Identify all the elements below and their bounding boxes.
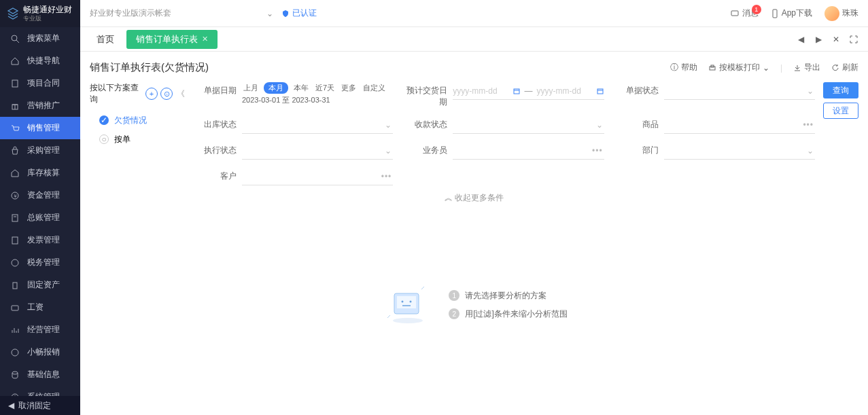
account-selector[interactable]: 好业财专业版演示帐套 ⌄ [90, 7, 273, 19]
home-icon [10, 56, 20, 67]
help-button[interactable]: ⓘ帮助 [670, 62, 697, 73]
smile-icon [10, 347, 20, 358]
sidebar-item-salary[interactable]: 工资 [0, 296, 80, 319]
print-button[interactable]: 按模板打印⌄ [708, 62, 769, 73]
sidebar-item-project[interactable]: 项目合同 [0, 72, 80, 94]
fullscreen-button[interactable] [846, 32, 861, 47]
product-picker[interactable]: ••• [664, 116, 815, 134]
scheme-settings-button[interactable]: ⊙ [160, 88, 173, 100]
export-icon [793, 64, 801, 72]
field-outbound-status: 出库状态 ⌄ [196, 116, 393, 134]
tab-home[interactable]: 首页 [87, 30, 124, 49]
refresh-button[interactable]: 刷新 [831, 62, 858, 73]
svg-point-13 [12, 372, 18, 374]
date-range-display: 2023-03-01 至 2023-03-31 [242, 95, 393, 105]
sidebar-item-quicknav[interactable]: 快捷导航 [0, 50, 80, 72]
close-icon[interactable]: ✕ [202, 35, 208, 43]
tab-sales-report[interactable]: 销售订单执行表 ✕ [126, 30, 218, 49]
export-button[interactable]: 导出 [793, 62, 820, 73]
collapse-scheme-button[interactable]: 《 [177, 88, 185, 100]
avatar [824, 6, 839, 21]
user-menu[interactable]: 珠珠 [824, 6, 858, 21]
main: 好业财专业版演示帐套 ⌄ 已认证 消息 1 App下载 珠珠 [80, 0, 868, 415]
sidebar-item-fund[interactable]: ￥资金管理 [0, 184, 80, 206]
clock-icon: ○ [99, 134, 109, 144]
salesman-picker[interactable]: ••• [453, 142, 604, 160]
svg-point-26 [402, 300, 404, 302]
scheme-item-shortage[interactable]: ✓ 欠货情况 [90, 111, 185, 130]
tab-prev-button[interactable]: ◀ [793, 32, 808, 47]
customer-picker[interactable]: ••• [242, 168, 393, 185]
messages-button[interactable]: 消息 1 [730, 7, 759, 19]
sidebar-item-inventory[interactable]: 库存核算 [0, 162, 80, 184]
scheme-item-byorder[interactable]: ○ 按单 [90, 130, 185, 149]
sidebar-item-system[interactable]: 系统管理 [0, 386, 80, 396]
help-icon: ⓘ [670, 62, 678, 73]
query-button[interactable]: 查询 [823, 82, 858, 98]
date-tab-7days[interactable]: 近7天 [314, 82, 336, 94]
empty-state: 1 请先选择要分析的方案 2 用[过滤]条件来缩小分析范围 [90, 204, 858, 405]
receipt-status-select[interactable]: ⌄ [453, 116, 604, 134]
svg-rect-22 [597, 89, 603, 94]
date-tab-lastmonth[interactable]: 上月 [242, 82, 260, 94]
page-head: 销售订单执行表(欠货情况) ⓘ帮助 按模板打印⌄ | 导出 刷新 [90, 61, 858, 74]
filter-buttons: 查询 设置 [823, 82, 858, 185]
date-tab-custom[interactable]: 自定义 [362, 82, 387, 94]
dept-select[interactable]: ⌄ [664, 142, 815, 160]
sidebar-item-expense[interactable]: 小畅报销 [0, 341, 80, 363]
refresh-icon [831, 64, 839, 72]
sidebar-item-marketing[interactable]: 营销推广 [0, 94, 80, 117]
building-icon [10, 280, 20, 291]
add-scheme-button[interactable]: + [145, 88, 158, 100]
chevron-down-icon: ⌄ [266, 9, 273, 18]
calendar-icon [596, 87, 604, 95]
gift-icon [10, 101, 20, 111]
svg-text:￥: ￥ [13, 194, 18, 198]
svg-line-1 [16, 40, 19, 43]
sidebar-item-ledger[interactable]: 总账管理 [0, 206, 80, 229]
gear-icon [10, 392, 20, 397]
settings-button[interactable]: 设置 [823, 103, 858, 119]
field-salesman: 业务员 ••• [406, 142, 604, 160]
field-product: 商品 ••• [618, 116, 815, 134]
delivery-date-range[interactable]: yyyy-mm-dd — yyyy-mm-dd [453, 82, 604, 100]
tab-next-button[interactable]: ▶ [811, 32, 826, 47]
sidebar-item-search[interactable]: 搜索菜单 [0, 27, 80, 50]
warehouse-icon [10, 168, 20, 179]
tabs: 首页 销售订单执行表 ✕ ◀ ▶ ✕ [80, 27, 868, 52]
app-download-button[interactable]: App下载 [771, 7, 812, 19]
svg-rect-11 [12, 306, 18, 310]
field-doc-status: 单据状态 ⌄ [618, 82, 815, 108]
sidebar-item-basic[interactable]: 基础信息 [0, 363, 80, 386]
sidebar-item-tax[interactable]: 税务管理 [0, 251, 80, 274]
filter-fields: 单据日期 上月 本月 本年 近7天 更多 自定义 2023-03-01 至 20… [196, 82, 815, 185]
date-tab-thismonth[interactable]: 本月 [264, 82, 288, 94]
message-badge: 1 [752, 5, 761, 14]
more-icon: ••• [381, 172, 392, 181]
collapse-filters-button[interactable]: ︽ 收起更多条件 [90, 192, 858, 204]
logo-icon [7, 7, 19, 20]
doc-status-select[interactable]: ⌄ [664, 82, 815, 100]
sidebar: 畅捷通好业财 专业版 搜索菜单 快捷导航 项目合同 营销推广 销售管理 采购管理… [0, 0, 80, 415]
sidebar-item-assets[interactable]: 固定资产 [0, 274, 80, 296]
date-tab-thisyear[interactable]: 本年 [292, 82, 310, 94]
sidebar-item-invoice[interactable]: 发票管理 [0, 229, 80, 251]
sidebar-item-purchase[interactable]: 采购管理 [0, 139, 80, 162]
field-dept: 部门 ⌄ [618, 142, 815, 160]
field-exec-status: 执行状态 ⌄ [196, 142, 393, 160]
tab-close-all-button[interactable]: ✕ [829, 32, 844, 47]
search-icon [10, 33, 20, 44]
svg-point-9 [12, 259, 18, 266]
svg-rect-20 [514, 89, 519, 94]
sidebar-item-operation[interactable]: 经营管理 [0, 319, 80, 341]
more-icon: ••• [592, 146, 603, 156]
sidebar-unpin-button[interactable]: ◀ 取消固定 [0, 396, 80, 415]
logo: 畅捷通好业财 专业版 [0, 0, 80, 27]
date-tab-more[interactable]: 更多 [340, 82, 358, 94]
sidebar-item-sales[interactable]: 销售管理 [0, 117, 80, 139]
outbound-status-select[interactable]: ⌄ [242, 116, 393, 134]
exec-status-select[interactable]: ⌄ [242, 142, 393, 160]
filter-fields-wrapper: 单据日期 上月 本月 本年 近7天 更多 自定义 2023-03-01 至 20… [196, 82, 858, 185]
svg-rect-8 [12, 237, 18, 244]
svg-rect-2 [12, 80, 18, 87]
